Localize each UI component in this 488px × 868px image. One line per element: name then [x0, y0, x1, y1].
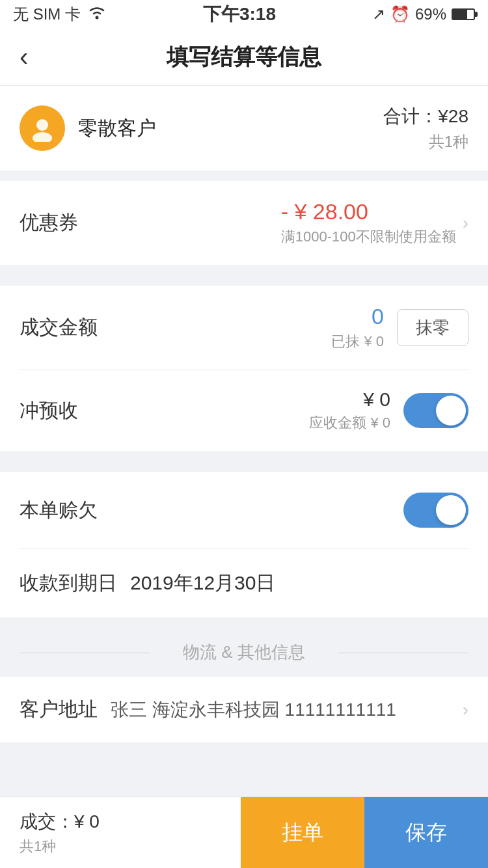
address-value: 张三 海淀永丰科技园 11111111111	[111, 698, 463, 722]
bottom-bar: 成交：¥ 0 共1种 挂单 保存	[0, 796, 488, 868]
coupon-amount: - ¥ 28.00	[281, 199, 456, 224]
svg-point-0	[96, 16, 99, 20]
deal-amount-label: 成交金额	[20, 314, 98, 341]
status-bar-left: 无 SIM 卡	[13, 4, 107, 25]
customer-total: 合计：¥28	[383, 104, 468, 129]
debt-row: 本单赊欠	[0, 472, 488, 549]
debt-toggle-knob	[436, 495, 466, 525]
deal-amount-section: 成交金额 0 已抹 ¥ 0 抹零 冲预收 ¥ 0 应收金额 ¥ 0	[0, 286, 488, 451]
section-separator-2	[0, 461, 488, 472]
customer-row: 零散客户 合计：¥28 共1种	[0, 86, 488, 170]
charge-advance-toggle[interactable]	[403, 393, 468, 428]
address-label: 客户地址	[20, 696, 98, 723]
status-bar: 无 SIM 卡 下午3:18 ↗ ⏰ 69%	[0, 0, 488, 29]
charge-advance-value-block: ¥ 0 应收金额 ¥ 0	[309, 388, 390, 433]
battery-percent: 69%	[415, 5, 446, 23]
customer-left: 零散客户	[20, 105, 156, 151]
address-section: 客户地址 张三 海淀永丰科技园 11111111111 ›	[0, 677, 488, 742]
save-button[interactable]: 保存	[364, 797, 488, 869]
sim-status: 无 SIM 卡	[13, 4, 81, 25]
duedate-value: 2019年12月30日	[130, 570, 275, 597]
chevron-right-icon: ›	[463, 213, 468, 234]
status-bar-right: ↗ ⏰ 69%	[372, 5, 475, 23]
hang-order-button[interactable]: 挂单	[241, 797, 364, 869]
deal-amount-value: 0	[372, 304, 384, 329]
battery-icon	[452, 8, 475, 20]
deal-amount-sub: 已抹 ¥ 0	[331, 332, 384, 351]
charge-advance-amount: ¥ 0	[309, 388, 390, 411]
customer-count: 共1种	[383, 131, 468, 152]
coupon-desc: 满1000-100不限制使用金额	[281, 227, 456, 247]
coupon-label: 优惠券	[20, 210, 78, 236]
wifi-icon	[87, 5, 107, 23]
logistics-divider-text: 物流 & 其他信息	[183, 642, 305, 662]
avatar	[20, 105, 65, 151]
nav-bar: ‹ 填写结算等信息	[0, 29, 488, 86]
charge-advance-sub: 应收金额 ¥ 0	[309, 413, 390, 433]
deal-amount-right: 0 已抹 ¥ 0 抹零	[331, 304, 468, 351]
coupon-value-block: - ¥ 28.00 满1000-100不限制使用金额	[281, 199, 456, 247]
svg-point-2	[33, 132, 52, 142]
charge-advance-row: 冲预收 ¥ 0 应收金额 ¥ 0	[0, 370, 488, 451]
toggle-knob	[436, 396, 466, 426]
customer-section: 零散客户 合计：¥28 共1种	[0, 86, 488, 170]
section-separator-1	[0, 275, 488, 286]
address-chevron-icon: ›	[463, 699, 468, 720]
address-row[interactable]: 客户地址 张三 海淀永丰科技园 11111111111 ›	[0, 677, 488, 742]
back-button[interactable]: ‹	[20, 42, 28, 72]
bottom-deal-amount: ¥ 0	[74, 811, 100, 832]
duedate-label: 收款到期日	[20, 570, 117, 597]
bottom-deal-row: 成交：¥ 0	[20, 809, 221, 834]
page-title: 填写结算等信息	[167, 42, 321, 72]
coupon-row[interactable]: 优惠券 - ¥ 28.00 满1000-100不限制使用金额 ›	[0, 181, 488, 265]
duedate-row: 收款到期日 2019年12月30日	[0, 549, 488, 617]
charge-advance-label: 冲预收	[20, 398, 78, 424]
status-bar-time: 下午3:18	[203, 2, 276, 27]
logistics-divider: 物流 & 其他信息	[0, 628, 488, 677]
location-icon: ↗	[372, 5, 385, 23]
deal-amount-row: 成交金额 0 已抹 ¥ 0 抹零	[0, 286, 488, 370]
debt-toggle[interactable]	[403, 493, 468, 528]
customer-name: 零散客户	[78, 115, 156, 142]
debt-section: 本单赊欠 收款到期日 2019年12月30日	[0, 472, 488, 617]
bottom-count: 共1种	[20, 837, 221, 856]
round-zero-button[interactable]: 抹零	[397, 309, 468, 346]
svg-point-1	[36, 119, 48, 131]
coupon-section: 优惠券 - ¥ 28.00 满1000-100不限制使用金额 ›	[0, 181, 488, 265]
charge-advance-right: ¥ 0 应收金额 ¥ 0	[309, 388, 468, 433]
bottom-deal-label: 成交：	[20, 811, 74, 832]
customer-right: 合计：¥28 共1种	[383, 104, 468, 152]
coupon-right: - ¥ 28.00 满1000-100不限制使用金额 ›	[281, 199, 468, 247]
debt-label: 本单赊欠	[20, 497, 98, 524]
bottom-summary: 成交：¥ 0 共1种	[0, 809, 241, 856]
deal-amount-value-block: 0 已抹 ¥ 0	[331, 304, 384, 351]
alarm-icon: ⏰	[390, 5, 410, 23]
